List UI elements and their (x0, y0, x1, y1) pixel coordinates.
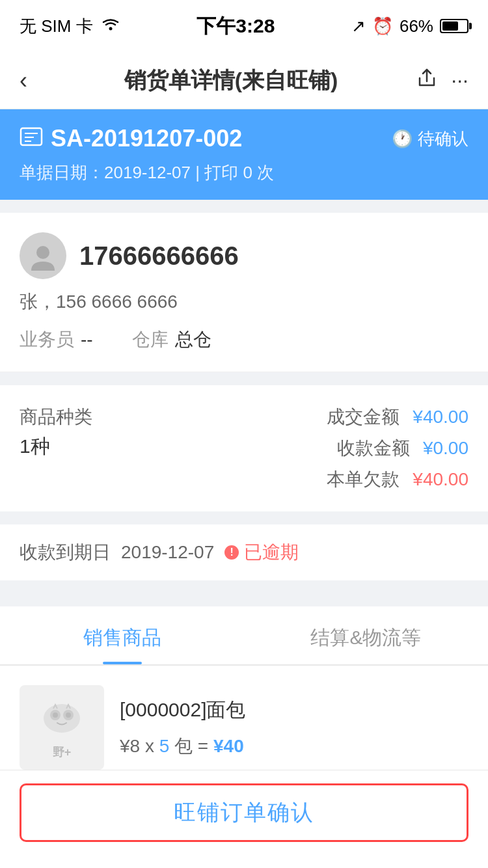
product-unit-price: ¥8 (120, 736, 140, 756)
multiply-sign: x (145, 736, 159, 756)
wifi-icon (101, 16, 120, 36)
nav-bar: ‹ 销货单详情(来自旺铺) ··· (0, 52, 488, 109)
due-date-value: 2019-12-07 (121, 542, 214, 563)
summary-card: 商品种类 1种 成交金额 ¥40.00 收款金额 ¥0.00 本单欠款 ¥40.… (0, 385, 488, 511)
status-bar-right: ↗ ⏰ 66% (351, 16, 468, 36)
tab-settlement[interactable]: 结算&物流等 (244, 606, 488, 664)
sales-value: -- (81, 329, 93, 350)
product-qty: 5 (159, 736, 170, 756)
product-name: [0000002]面包 (120, 697, 468, 724)
status-time: 下午3:28 (197, 13, 275, 40)
unit-text: 包 (174, 736, 193, 756)
bottom-bar: 旺铺订单确认 (0, 770, 488, 868)
overdue-badge: ! 已逾期 (224, 540, 299, 565)
carrier-text: 无 SIM 卡 (20, 15, 93, 38)
customer-meta: 业务员 -- 仓库 总仓 (20, 327, 468, 352)
svg-point-6 (53, 712, 58, 718)
product-type-value: 1种 (20, 433, 92, 460)
product-thumbnail: 野+ (20, 685, 104, 770)
amount-label: 成交金额 (327, 405, 400, 429)
amount-row: 成交金额 ¥40.00 (327, 405, 468, 429)
debt-row: 本单欠款 ¥40.00 (327, 467, 468, 492)
order-id-text: SA-20191207-002 (51, 125, 242, 152)
svg-point-2 (36, 246, 49, 259)
customer-card: 17666666666 张，156 6666 6666 业务员 -- 仓库 总仓 (0, 213, 488, 372)
alarm-icon: ⏰ (372, 16, 393, 36)
debt-label: 本单欠款 (327, 467, 400, 492)
debt-value: ¥40.00 (413, 469, 468, 490)
received-value: ¥0.00 (423, 438, 468, 459)
overdue-text: 已逾期 (244, 540, 299, 565)
order-id: SA-20191207-002 (20, 125, 242, 152)
separator-2 (0, 593, 488, 606)
product-info: [0000002]面包 ¥8 x 5 包 = ¥40 (120, 697, 468, 759)
customer-avatar (20, 232, 66, 279)
status-bar-left: 无 SIM 卡 (20, 15, 120, 38)
sales-meta: 业务员 -- (20, 327, 93, 352)
status-bar: 无 SIM 卡 下午3:28 ↗ ⏰ 66% (0, 0, 488, 52)
received-label: 收款金额 (337, 436, 410, 461)
battery-percent: 66% (400, 16, 433, 36)
warehouse-label: 仓库 (132, 327, 169, 352)
summary-right: 成交金额 ¥40.00 收款金额 ¥0.00 本单欠款 ¥40.00 (327, 405, 468, 492)
brand-label: 野+ (53, 744, 72, 760)
location-icon: ↗ (351, 16, 366, 36)
svg-point-3 (44, 704, 80, 733)
product-thumbnail-inner: 野+ (20, 685, 104, 770)
page-title: 销货单详情(来自旺铺) (59, 66, 403, 96)
product-code: [0000002] (120, 699, 206, 720)
warehouse-meta: 仓库 总仓 (132, 327, 211, 352)
svg-point-0 (109, 27, 112, 30)
more-icon[interactable]: ··· (451, 68, 468, 92)
nav-actions: ··· (403, 67, 468, 94)
product-type-label: 商品种类 (20, 405, 92, 429)
clock-icon: 🕐 (392, 129, 413, 149)
order-header: SA-20191207-002 🕐 待确认 单据日期：2019-12-07 | … (0, 109, 488, 200)
due-date-card: 收款到期日 2019-12-07 ! 已逾期 (0, 524, 488, 580)
due-date-label: 收款到期日 (20, 540, 111, 565)
summary-left: 商品种类 1种 (20, 405, 92, 460)
back-button[interactable]: ‹ (20, 67, 59, 94)
customer-phone: 17666666666 (79, 241, 239, 271)
overdue-icon: ! (224, 545, 239, 560)
tab-sales-products[interactable]: 销售商品 (0, 606, 244, 664)
warehouse-value: 总仓 (175, 327, 211, 352)
battery-icon (440, 19, 468, 33)
product-title: 面包 (206, 699, 245, 720)
order-icon (20, 125, 43, 152)
tabs-container: 销售商品 结算&物流等 (0, 606, 488, 666)
status-text: 待确认 (418, 128, 468, 150)
received-row: 收款金额 ¥0.00 (337, 436, 468, 461)
owl-logo-icon (39, 696, 85, 742)
order-status: 🕐 待确认 (392, 128, 468, 150)
sales-label: 业务员 (20, 327, 74, 352)
separator-1 (0, 200, 488, 213)
product-price-row: ¥8 x 5 包 = ¥40 (120, 734, 468, 759)
share-icon[interactable] (416, 67, 438, 94)
svg-point-7 (66, 712, 71, 718)
amount-value: ¥40.00 (413, 407, 468, 427)
equals-sign: = (198, 736, 213, 756)
product-total: ¥40 (213, 736, 244, 756)
confirm-order-button[interactable]: 旺铺订单确认 (20, 783, 468, 842)
customer-name: 张，156 6666 6666 (20, 290, 468, 314)
order-date: 单据日期：2019-12-07 | 打印 0 次 (20, 161, 468, 184)
